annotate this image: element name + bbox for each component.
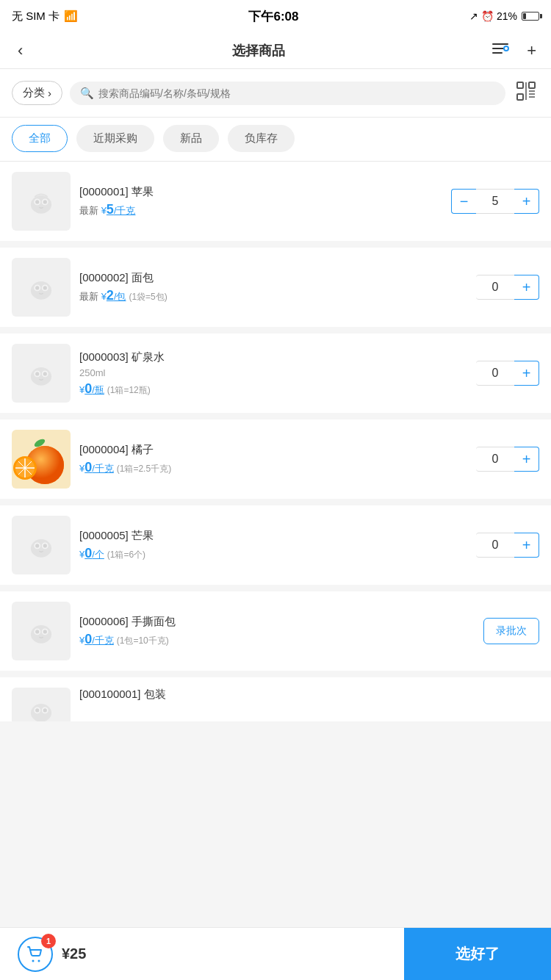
product-thumbnail bbox=[12, 688, 71, 721]
svg-rect-6 bbox=[517, 94, 523, 100]
search-icon: 🔍 bbox=[80, 87, 94, 100]
svg-point-16 bbox=[31, 281, 51, 300]
confirm-button[interactable]: 选好了 bbox=[404, 928, 551, 981]
search-bar[interactable]: 🔍 bbox=[70, 82, 505, 105]
quantity-decrease-button[interactable]: − bbox=[451, 189, 476, 214]
quantity-input[interactable] bbox=[476, 533, 514, 558]
product-image bbox=[12, 430, 71, 489]
svg-point-24 bbox=[35, 372, 39, 375]
table-row: [0000006] 手撕面包 ¥0/千克 (1包=10千克) 录批次 bbox=[0, 591, 551, 671]
wifi-icon: 📶 bbox=[64, 10, 78, 23]
product-name: [0000005] 芒果 bbox=[79, 529, 467, 543]
quantity-input[interactable] bbox=[476, 189, 514, 214]
back-button[interactable]: ‹ bbox=[12, 35, 29, 66]
product-price: 最新 ¥2/包 (1袋=5包) bbox=[79, 288, 467, 303]
battery-label: 21% bbox=[497, 10, 517, 22]
product-thumbnail bbox=[12, 430, 71, 489]
svg-point-11 bbox=[31, 195, 51, 214]
product-name: [0000001] 苹果 bbox=[79, 185, 442, 199]
product-info: [0000006] 手撕面包 ¥0/千克 (1包=10千克) bbox=[79, 615, 475, 647]
quantity-control[interactable]: + bbox=[476, 533, 539, 558]
product-thumbnail bbox=[12, 602, 71, 660]
product-price: ¥0/千克 (1包=10千克) bbox=[79, 632, 475, 647]
product-info: [0000005] 芒果 ¥0/个 (1箱=6个) bbox=[79, 529, 467, 561]
tab-negative-stock[interactable]: 负库存 bbox=[228, 125, 295, 152]
svg-point-35 bbox=[31, 539, 51, 558]
status-time: 下午6:08 bbox=[248, 8, 298, 25]
quantity-increase-button[interactable]: + bbox=[514, 447, 539, 472]
svg-point-21 bbox=[31, 367, 51, 386]
svg-point-48 bbox=[35, 708, 39, 712]
svg-point-45 bbox=[31, 704, 51, 721]
svg-point-40 bbox=[31, 625, 51, 644]
quantity-control[interactable]: + bbox=[476, 275, 539, 300]
product-price: ¥0/瓶 (1箱=12瓶) bbox=[79, 381, 467, 397]
quantity-increase-button[interactable]: + bbox=[514, 189, 539, 214]
svg-point-38 bbox=[35, 544, 39, 547]
svg-point-20 bbox=[43, 286, 47, 289]
product-info: [0000003] 矿泉水 250ml ¥0/瓶 (1箱=12瓶) bbox=[79, 350, 467, 397]
svg-point-3 bbox=[504, 46, 508, 51]
cart-icon[interactable]: 1 bbox=[18, 937, 53, 972]
add-button[interactable]: + bbox=[524, 38, 539, 63]
quantity-control[interactable]: + bbox=[476, 361, 539, 386]
svg-point-50 bbox=[32, 959, 35, 962]
scan-icon[interactable] bbox=[513, 78, 539, 108]
nav-right: + bbox=[489, 38, 539, 63]
product-name: [0000006] 手撕面包 bbox=[79, 615, 475, 629]
svg-point-15 bbox=[43, 200, 47, 203]
quantity-increase-button[interactable]: + bbox=[514, 533, 539, 558]
quantity-control[interactable]: + bbox=[476, 447, 539, 472]
filter-icon[interactable] bbox=[489, 38, 512, 63]
search-input[interactable] bbox=[98, 87, 495, 99]
nav-bar: ‹ 选择商品 + bbox=[0, 32, 551, 69]
quantity-input[interactable] bbox=[476, 447, 514, 472]
table-row: [0000005] 芒果 ¥0/个 (1箱=6个) + bbox=[0, 505, 551, 585]
quantity-increase-button[interactable]: + bbox=[514, 275, 539, 300]
quantity-increase-button[interactable]: + bbox=[514, 361, 539, 386]
quantity-control[interactable]: − + bbox=[451, 189, 539, 214]
table-row: [000100001] 包装 bbox=[0, 677, 551, 721]
product-name: [000100001] 包装 bbox=[79, 688, 539, 702]
product-info: [0000004] 橘子 ¥0/千克 (1箱=2.5千克) bbox=[79, 443, 467, 475]
cart-total: ¥25 bbox=[62, 945, 86, 962]
tab-all[interactable]: 全部 bbox=[12, 125, 68, 152]
filter-bar: 分类 › 🔍 bbox=[0, 69, 551, 118]
product-price: ¥0/千克 (1箱=2.5千克) bbox=[79, 460, 467, 475]
product-info: [0000001] 苹果 最新 ¥5/千克 bbox=[79, 185, 442, 217]
bottom-bar: 1 ¥25 选好了 bbox=[0, 927, 551, 980]
table-row: [0000002] 面包 最新 ¥2/包 (1袋=5包) + bbox=[0, 248, 551, 327]
svg-point-44 bbox=[43, 630, 47, 633]
product-thumbnail bbox=[12, 258, 71, 317]
record-batch-button[interactable]: 录批次 bbox=[483, 618, 539, 644]
product-thumbnail bbox=[12, 516, 71, 574]
svg-point-51 bbox=[38, 959, 40, 962]
status-bar: 无 SIM 卡 📶 下午6:08 ↗ ⏰ 21% bbox=[0, 0, 551, 32]
tab-new[interactable]: 新品 bbox=[163, 125, 219, 152]
tab-recent[interactable]: 近期采购 bbox=[76, 125, 154, 152]
svg-point-39 bbox=[43, 544, 47, 547]
svg-point-19 bbox=[35, 286, 39, 289]
product-spec: 250ml bbox=[79, 367, 467, 378]
page-title: 选择商品 bbox=[232, 42, 285, 60]
product-list: [0000001] 苹果 最新 ¥5/千克 − + bbox=[0, 162, 551, 781]
svg-rect-5 bbox=[529, 82, 535, 88]
battery-icon bbox=[522, 12, 539, 21]
svg-point-14 bbox=[35, 200, 39, 203]
status-right: ↗ ⏰ 21% bbox=[469, 10, 539, 22]
category-button[interactable]: 分类 › bbox=[12, 81, 62, 105]
quantity-input[interactable] bbox=[476, 361, 514, 386]
cart-svg bbox=[26, 945, 45, 964]
product-thumbnail bbox=[12, 344, 71, 403]
svg-rect-4 bbox=[517, 82, 523, 88]
product-name: [0000002] 面包 bbox=[79, 271, 467, 285]
tabs-bar: 全部 近期采购 新品 负库存 bbox=[0, 118, 551, 162]
category-label: 分类 bbox=[23, 86, 45, 100]
product-info: [0000002] 面包 最新 ¥2/包 (1袋=5包) bbox=[79, 271, 467, 303]
table-row: [0000001] 苹果 最新 ¥5/千克 − + bbox=[0, 162, 551, 241]
quantity-input[interactable] bbox=[476, 275, 514, 300]
carrier-label: 无 SIM 卡 bbox=[12, 10, 60, 24]
svg-point-49 bbox=[43, 708, 47, 712]
product-price: ¥0/个 (1箱=6个) bbox=[79, 546, 467, 561]
product-thumbnail bbox=[12, 172, 71, 231]
